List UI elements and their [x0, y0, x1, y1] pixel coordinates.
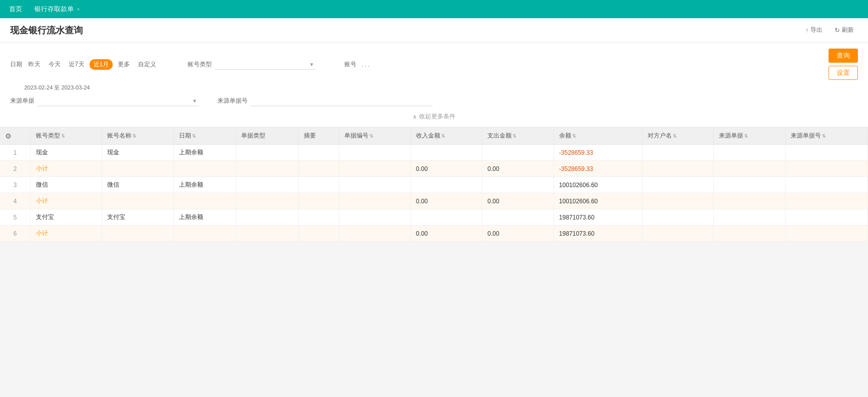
source-doc-wrap: ▼: [37, 96, 199, 106]
table-cell: [785, 145, 867, 161]
table-cell: [102, 193, 174, 209]
account-dots[interactable]: ...: [359, 60, 373, 68]
account-type-wrap: ▼: [215, 59, 316, 70]
nav-home[interactable]: 首页: [4, 3, 27, 16]
col-date[interactable]: 日期⇅: [173, 127, 236, 145]
table-cell: 4: [0, 193, 30, 209]
table-cell: 5: [0, 209, 30, 226]
date-opt-近1月[interactable]: 近1月: [89, 59, 113, 70]
date-filter: 日期 昨天今天近7天近1月更多自定义: [10, 59, 159, 70]
table-cell: 0.00: [410, 161, 482, 177]
sort-icon: ⇅: [370, 134, 374, 139]
date-opt-更多[interactable]: 更多: [115, 59, 133, 70]
table-cell: [642, 226, 714, 242]
collapse-icon: ∧: [413, 113, 417, 120]
table-cell: [236, 193, 299, 209]
sort-icon: ⇅: [61, 134, 65, 139]
sort-icon: ⇅: [441, 134, 445, 139]
table-cell: 小计: [30, 226, 102, 242]
table-cell: [173, 193, 236, 209]
table-cell: [714, 193, 786, 209]
settings-button[interactable]: 设置: [829, 66, 858, 80]
collapse-bar[interactable]: ∧ 收起更多条件: [10, 110, 858, 123]
table-row: 4小计0.000.00100102606.60: [0, 193, 868, 209]
table-cell: [410, 177, 482, 193]
table-cell: [714, 226, 786, 242]
table-cell: [102, 226, 174, 242]
col-account_name[interactable]: 账号名称⇅: [102, 127, 174, 145]
table-cell: 上期余额: [173, 209, 236, 226]
table-cell: 100102606.60: [554, 193, 642, 209]
table-cell: [298, 161, 339, 177]
table-cell: [339, 209, 411, 226]
table-cell: 现金: [102, 145, 174, 161]
sort-icon: ⇅: [744, 134, 748, 139]
table-row: 5支付宝支付宝上期余额19871073.60: [0, 209, 868, 226]
col-source_doc_num[interactable]: 来源单据号⇅: [785, 127, 867, 145]
table-cell: [642, 209, 714, 226]
table-cell: 小计: [30, 193, 102, 209]
table-cell: [642, 193, 714, 209]
sort-icon: ⇅: [513, 134, 517, 139]
col-doc_number[interactable]: 单据编号⇅: [339, 127, 411, 145]
col-doc_type: 单据类型: [236, 127, 299, 145]
table-cell: [410, 209, 482, 226]
table-cell: [785, 177, 867, 193]
filter-row-2: 来源单据 ▼ 来源单据号: [10, 96, 858, 106]
source-doc-label: 来源单据: [10, 97, 34, 105]
col-settings: ⚙: [0, 127, 30, 145]
top-nav: 首页 收款单×付款单×其他收入单×应收应付调整单×银行存取款单×预收冲应收单×收…: [0, 0, 868, 18]
col-counterpart[interactable]: 对方户名⇅: [642, 127, 714, 145]
col-balance[interactable]: 余额⇅: [554, 127, 642, 145]
table-cell: [482, 209, 554, 226]
table-cell: 上期余额: [173, 177, 236, 193]
col-income[interactable]: 收入金额⇅: [410, 127, 482, 145]
table-cell: 微信: [30, 177, 102, 193]
col-expense[interactable]: 支出金额⇅: [482, 127, 554, 145]
source-doc-filter: 来源单据 ▼: [10, 96, 199, 106]
source-doc-num-input[interactable]: [251, 96, 433, 106]
table-cell: [482, 177, 554, 193]
collapse-label: 收起更多条件: [419, 112, 455, 121]
col-account_type[interactable]: 账号类型⇅: [30, 127, 102, 145]
account-type-input[interactable]: [215, 59, 316, 70]
date-opt-近7天[interactable]: 近7天: [66, 59, 87, 70]
page-title: 现金银行流水查询: [10, 24, 83, 36]
account-label: 账号: [344, 60, 356, 69]
table-header-row: ⚙账号类型⇅账号名称⇅日期⇅单据类型摘要单据编号⇅收入金额⇅支出金额⇅余额⇅对方…: [0, 127, 868, 145]
sort-icon: ⇅: [673, 134, 677, 139]
table-cell: [236, 226, 299, 242]
table-cell: [482, 145, 554, 161]
table-cell: 3: [0, 177, 30, 193]
table-cell: [339, 193, 411, 209]
page-header: 现金银行流水查询 ↑ 导出 ↻ 刷新: [0, 18, 868, 42]
table-cell: [785, 161, 867, 177]
export-button[interactable]: ↑ 导出: [801, 24, 827, 36]
table-cell: [642, 145, 714, 161]
col-source_doc[interactable]: 来源单据⇅: [714, 127, 786, 145]
gear-icon[interactable]: ⚙: [5, 132, 12, 140]
close-icon[interactable]: ×: [77, 7, 80, 12]
query-button[interactable]: 查询: [829, 49, 858, 63]
table-cell: 微信: [102, 177, 174, 193]
date-opt-今天[interactable]: 今天: [45, 59, 64, 70]
data-table: ⚙账号类型⇅账号名称⇅日期⇅单据类型摘要单据编号⇅收入金额⇅支出金额⇅余额⇅对方…: [0, 127, 868, 242]
table-cell: [339, 226, 411, 242]
table-cell: 0.00: [482, 161, 554, 177]
date-opt-自定义[interactable]: 自定义: [135, 59, 159, 70]
table-cell: [236, 177, 299, 193]
filter-row-1: 日期 昨天今天近7天近1月更多自定义 账号类型 ▼ 账号 ... 查询 设置: [10, 49, 858, 80]
export-icon: ↑: [805, 27, 808, 34]
filter-area: 日期 昨天今天近7天近1月更多自定义 账号类型 ▼ 账号 ... 查询 设置 2…: [0, 42, 868, 127]
source-doc-input[interactable]: [37, 96, 199, 106]
sort-icon: ⇅: [572, 134, 576, 139]
table-cell: [236, 161, 299, 177]
table-cell: [102, 161, 174, 177]
table-cell: [642, 177, 714, 193]
refresh-button[interactable]: ↻ 刷新: [831, 24, 858, 36]
nav-tab-银行存取款单[interactable]: 银行存取款单×: [28, 0, 99, 18]
table-cell: [714, 177, 786, 193]
table-cell: [236, 145, 299, 161]
table-cell: [298, 145, 339, 161]
date-opt-昨天[interactable]: 昨天: [25, 59, 43, 70]
